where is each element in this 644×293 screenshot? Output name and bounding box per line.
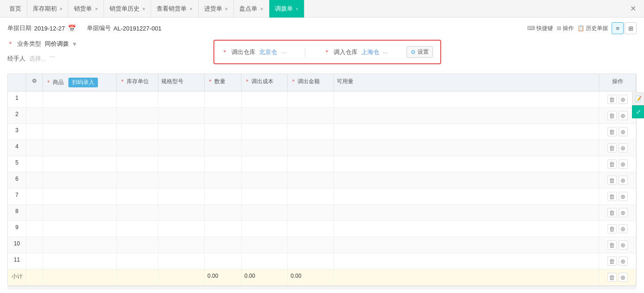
row-qty-cell[interactable] <box>205 156 242 172</box>
row-qty-cell[interactable] <box>205 124 242 140</box>
row-copy-icon[interactable]: ⊕ <box>619 256 628 266</box>
row-amount-cell[interactable] <box>288 92 334 107</box>
handler-more-icon[interactable]: ··· <box>50 53 55 60</box>
row-cost-cell[interactable] <box>242 205 288 220</box>
calendar-icon[interactable]: 📅 <box>68 24 76 32</box>
row-cost-cell[interactable] <box>242 108 288 123</box>
row-delete-icon[interactable]: 🗑 <box>608 208 617 217</box>
close-icon[interactable]: × <box>260 6 263 12</box>
row-amount-cell[interactable] <box>288 189 334 204</box>
row-delete-icon[interactable]: 🗑 <box>608 224 617 233</box>
row-copy-icon[interactable]: ⊕ <box>619 240 628 250</box>
row-spec-cell[interactable] <box>158 156 205 172</box>
row-unit-cell[interactable] <box>117 92 158 107</box>
notes-float-button[interactable]: 📝 <box>632 92 644 105</box>
row-copy-icon[interactable]: ⊕ <box>619 143 628 153</box>
col-header-settings[interactable]: ⚙ <box>26 74 43 91</box>
tab-purchase-order[interactable]: 进货单 × <box>199 0 234 18</box>
row-cost-cell[interactable] <box>242 124 288 140</box>
row-qty-cell[interactable] <box>205 172 242 188</box>
close-icon[interactable]: × <box>95 6 97 12</box>
row-copy-icon[interactable]: ⊕ <box>619 111 628 120</box>
row-product-cell[interactable] <box>43 156 117 172</box>
row-product-cell[interactable] <box>43 140 117 156</box>
row-amount-cell[interactable] <box>288 124 334 140</box>
row-cost-cell[interactable] <box>242 189 288 204</box>
row-qty-cell[interactable] <box>205 140 242 156</box>
row-unit-cell[interactable] <box>117 189 158 204</box>
row-qty-cell[interactable] <box>205 221 242 237</box>
operations-button[interactable]: ⊞ 操作 <box>557 24 574 32</box>
row-product-cell[interactable] <box>43 221 117 237</box>
grid-view-button[interactable]: ⊞ <box>625 22 637 34</box>
row-delete-icon[interactable]: 🗑 <box>608 240 617 250</box>
row-cost-cell[interactable] <box>242 140 288 156</box>
row-copy-icon[interactable]: ⊕ <box>619 95 628 104</box>
tab-sales-history[interactable]: 销货单历史 × <box>104 0 151 18</box>
row-delete-icon[interactable]: 🗑 <box>608 176 617 185</box>
row-cost-cell[interactable] <box>242 221 288 237</box>
row-delete-icon[interactable]: 🗑 <box>608 143 617 153</box>
row-qty-cell[interactable] <box>205 92 242 107</box>
scan-button[interactable]: 扫码录入 <box>68 78 98 87</box>
tab-transfer[interactable]: 调拨单 × <box>269 0 304 18</box>
close-icon[interactable]: × <box>296 6 298 12</box>
subtotal-delete-icon[interactable]: 🗑 <box>608 273 617 282</box>
tab-inventory-init[interactable]: 库存期初 × <box>27 0 68 18</box>
row-product-cell[interactable] <box>43 205 117 220</box>
row-amount-cell[interactable] <box>288 156 334 172</box>
row-unit-cell[interactable] <box>117 108 158 123</box>
row-delete-icon[interactable]: 🗑 <box>608 127 617 136</box>
row-delete-icon[interactable]: 🗑 <box>608 256 617 266</box>
row-spec-cell[interactable] <box>158 140 205 156</box>
row-product-cell[interactable] <box>43 189 117 204</box>
row-product-cell[interactable] <box>43 124 117 140</box>
tab-view-sales[interactable]: 查看销货单 × <box>151 0 198 18</box>
row-spec-cell[interactable] <box>158 124 205 140</box>
tab-inventory-count[interactable]: 盘点单 × <box>234 0 269 18</box>
row-product-cell[interactable] <box>43 253 117 269</box>
row-amount-cell[interactable] <box>288 140 334 156</box>
row-amount-cell[interactable] <box>288 221 334 237</box>
row-delete-icon[interactable]: 🗑 <box>608 95 617 104</box>
row-amount-cell[interactable] <box>288 253 334 269</box>
out-warehouse-more-icon[interactable]: ··· <box>281 49 286 56</box>
row-spec-cell[interactable] <box>158 253 205 269</box>
row-amount-cell[interactable] <box>288 205 334 220</box>
row-cost-cell[interactable] <box>242 172 288 188</box>
row-spec-cell[interactable] <box>158 189 205 204</box>
tab-sales-order[interactable]: 销货单 × <box>68 0 103 18</box>
in-warehouse-more-icon[interactable]: ··· <box>383 49 389 56</box>
row-copy-icon[interactable]: ⊕ <box>619 224 628 233</box>
row-product-cell[interactable] <box>43 92 117 107</box>
subtotal-copy-icon[interactable]: ⊕ <box>619 273 628 282</box>
row-qty-cell[interactable] <box>205 237 242 253</box>
expand-float-button[interactable]: ⤢ <box>632 105 644 118</box>
row-qty-cell[interactable] <box>205 189 242 204</box>
close-icon[interactable]: × <box>189 6 192 12</box>
row-copy-icon[interactable]: ⊕ <box>619 176 628 185</box>
row-unit-cell[interactable] <box>117 253 158 269</box>
row-cost-cell[interactable] <box>242 92 288 107</box>
close-icon[interactable]: × <box>142 6 145 12</box>
row-spec-cell[interactable] <box>158 205 205 220</box>
close-icon[interactable]: × <box>225 6 228 12</box>
row-qty-cell[interactable] <box>205 108 242 123</box>
shortcut-button[interactable]: ⌨ 快捷键 <box>527 24 553 32</box>
row-spec-cell[interactable] <box>158 237 205 253</box>
row-copy-icon[interactable]: ⊕ <box>619 159 628 169</box>
row-unit-cell[interactable] <box>117 156 158 172</box>
handler-input[interactable]: 选择... <box>29 55 46 63</box>
row-spec-cell[interactable] <box>158 92 205 107</box>
row-product-cell[interactable] <box>43 108 117 123</box>
row-unit-cell[interactable] <box>117 205 158 220</box>
row-qty-cell[interactable] <box>205 253 242 269</box>
row-product-cell[interactable] <box>43 237 117 253</box>
row-cost-cell[interactable] <box>242 253 288 269</box>
row-copy-icon[interactable]: ⊕ <box>619 208 628 217</box>
row-spec-cell[interactable] <box>158 221 205 237</box>
row-copy-icon[interactable]: ⊕ <box>619 192 628 201</box>
row-cost-cell[interactable] <box>242 156 288 172</box>
row-amount-cell[interactable] <box>288 172 334 188</box>
row-spec-cell[interactable] <box>158 172 205 188</box>
